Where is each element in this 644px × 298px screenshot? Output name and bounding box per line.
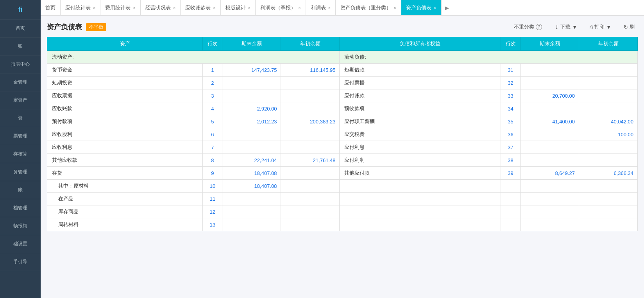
header-end-balance: 期末余额 xyxy=(222,37,281,51)
tab-expense-stats[interactable]: 费用统计表 × xyxy=(100,0,140,15)
sidebar-item-invoice[interactable]: 票管理 xyxy=(0,127,41,145)
sub-end-balance[interactable]: 18,407.08 xyxy=(222,180,281,193)
tab-home[interactable]: 首页 xyxy=(41,0,61,15)
print-button[interactable]: ⎙ 打印 ▼ xyxy=(587,22,614,32)
refresh-button[interactable]: ↻ 刷 xyxy=(621,22,638,32)
tab-template-design[interactable]: 模版设计 × xyxy=(221,0,256,15)
sub-end-balance2[interactable] xyxy=(521,180,579,193)
tab-payable-stats-close[interactable]: × xyxy=(93,5,95,10)
end-balance2[interactable] xyxy=(521,77,579,89)
tab-operations-close[interactable]: × xyxy=(173,5,175,10)
end-balance2[interactable] xyxy=(521,154,579,167)
end-balance[interactable]: 18,407.08 xyxy=(222,167,281,180)
sub-row-num: 12 xyxy=(203,205,222,218)
sidebar-item-fund[interactable]: 金管理 xyxy=(0,73,41,91)
tab-receivable-aging[interactable]: 应收账龄表 × xyxy=(181,0,220,15)
end-balance[interactable]: 2,920.00 xyxy=(222,102,281,115)
end-balance2[interactable] xyxy=(521,102,579,115)
tab-balance-sheet[interactable]: 资产负债表 × xyxy=(401,0,441,15)
sub-yr-balance2[interactable] xyxy=(579,193,638,205)
tab-scroll-right[interactable]: ▶ xyxy=(441,0,452,15)
sidebar-item-expense[interactable]: 畅报销 xyxy=(0,217,41,235)
yr-balance[interactable] xyxy=(281,77,340,89)
yr-balance2[interactable] xyxy=(579,64,638,77)
end-balance2[interactable] xyxy=(521,64,579,77)
end-balance2[interactable]: 8,649.27 xyxy=(521,167,579,180)
download-button[interactable]: ⇓ 下载 ▼ xyxy=(551,22,580,32)
yr-balance[interactable]: 116,145.95 xyxy=(281,64,340,77)
end-balance[interactable] xyxy=(222,141,281,154)
tab-profit[interactable]: 利润表 × xyxy=(306,0,336,15)
end-balance[interactable]: 147,423.75 xyxy=(222,64,281,77)
tab-balance-sheet-close[interactable]: × xyxy=(434,5,436,10)
tab-receivable-aging-close[interactable]: × xyxy=(213,5,215,10)
yr-balance2[interactable] xyxy=(579,102,638,115)
tab-payable-stats[interactable]: 应付统计表 × xyxy=(61,0,100,15)
liability-name: 应付账款 xyxy=(340,89,501,102)
sidebar-item-archive[interactable]: 档管理 xyxy=(0,199,41,217)
yr-balance2[interactable] xyxy=(579,89,638,102)
sub-end-balance[interactable] xyxy=(222,218,281,231)
sidebar-item-investment[interactable]: 资 xyxy=(0,109,41,127)
sub-end-balance2[interactable] xyxy=(521,218,579,231)
end-balance[interactable] xyxy=(222,128,281,141)
end-balance2[interactable]: 20,700.00 xyxy=(521,89,579,102)
yr-balance[interactable] xyxy=(281,128,340,141)
end-balance2[interactable]: 41,400.00 xyxy=(521,115,579,128)
sub-yr-balance[interactable] xyxy=(281,205,340,218)
classify-button[interactable]: 不重分类 ? xyxy=(511,22,545,32)
sidebar-item-fixed-assets[interactable]: 定资产 xyxy=(0,91,41,109)
end-balance[interactable]: 2,012.23 xyxy=(222,115,281,128)
sub-end-balance[interactable] xyxy=(222,205,281,218)
sidebar-item-home[interactable]: 首页 xyxy=(0,20,41,37)
sub-yr-balance2[interactable] xyxy=(579,205,638,218)
sub-end-balance2[interactable] xyxy=(521,193,579,205)
print-icon: ⎙ xyxy=(590,24,593,30)
yr-balance[interactable] xyxy=(281,89,340,102)
yr-balance2[interactable] xyxy=(579,141,638,154)
yr-balance[interactable]: 21,761.48 xyxy=(281,154,340,167)
end-balance[interactable]: 22,241.04 xyxy=(222,154,281,167)
tab-bar: 首页 应付统计表 × 费用统计表 × 经营状况表 × 应收账龄表 × 模版设计 … xyxy=(41,0,644,16)
tab-profit-quarterly-close[interactable]: × xyxy=(298,5,301,10)
yr-balance2[interactable] xyxy=(579,154,638,167)
end-balance[interactable] xyxy=(222,89,281,102)
sub-end-balance2[interactable] xyxy=(521,205,579,218)
row-num: 3 xyxy=(203,89,222,102)
tab-balance-reclassified-close[interactable]: × xyxy=(394,5,396,10)
yr-balance2[interactable]: 6,366.34 xyxy=(579,167,638,180)
sub-end-balance[interactable] xyxy=(222,193,281,205)
sidebar-item-settings[interactable]: 础设置 xyxy=(0,235,41,253)
sub-yr-balance2[interactable] xyxy=(579,180,638,193)
end-balance[interactable] xyxy=(222,77,281,89)
yr-balance2[interactable] xyxy=(579,77,638,89)
tab-profit-close[interactable]: × xyxy=(328,5,331,10)
yr-balance[interactable] xyxy=(281,141,340,154)
sub-yr-balance[interactable] xyxy=(281,193,340,205)
sidebar-item-guide[interactable]: 手引导 xyxy=(0,253,41,271)
tab-operations[interactable]: 经营状况表 × xyxy=(141,0,181,15)
liability-name: 其他应付款 xyxy=(340,167,501,180)
sub-yr-balance[interactable] xyxy=(281,218,340,231)
tab-expense-stats-close[interactable]: × xyxy=(133,5,135,10)
yr-balance[interactable] xyxy=(281,167,340,180)
sidebar-item-account[interactable]: 账 xyxy=(0,37,41,55)
sidebar-item-tax[interactable]: 务管理 xyxy=(0,163,41,181)
tab-profit-quarterly[interactable]: 利润表（季报） × xyxy=(256,0,306,15)
sidebar-item-report-center[interactable]: 报表中心 xyxy=(0,55,41,73)
sub-yr-balance2[interactable] xyxy=(579,218,638,231)
sub-liability-name xyxy=(340,218,501,231)
end-balance2[interactable] xyxy=(521,141,579,154)
yr-balance[interactable]: 200,383.23 xyxy=(281,115,340,128)
sidebar-item-inventory[interactable]: 存核算 xyxy=(0,145,41,163)
asset-name: 存货 xyxy=(47,167,203,180)
yr-balance[interactable] xyxy=(281,102,340,115)
yr-balance2[interactable]: 40,042.00 xyxy=(579,115,638,128)
tab-template-design-close[interactable]: × xyxy=(248,5,250,10)
help-icon[interactable]: ? xyxy=(536,24,542,30)
yr-balance2[interactable]: 100.00 xyxy=(579,128,638,141)
end-balance2[interactable] xyxy=(521,128,579,141)
sidebar-item-ledger[interactable]: 账 xyxy=(0,181,41,199)
tab-balance-reclassified[interactable]: 资产负债表（重分类） × xyxy=(336,0,401,15)
sub-yr-balance[interactable] xyxy=(281,180,340,193)
